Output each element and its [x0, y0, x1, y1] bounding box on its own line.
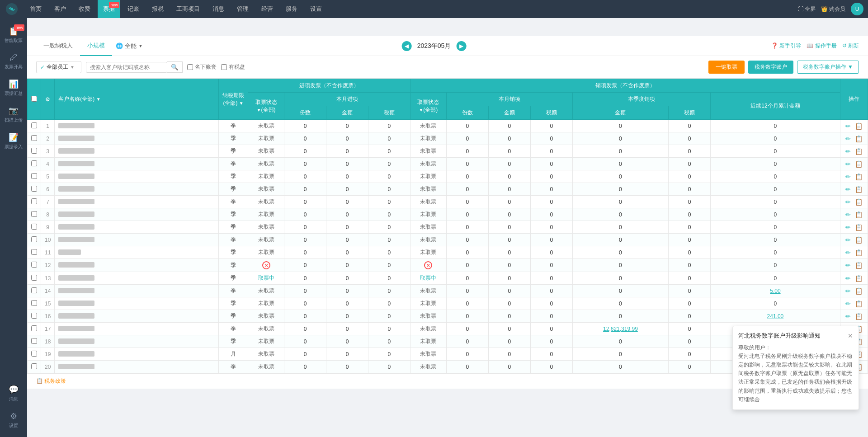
sidebar-item-smart-invoice[interactable]: new 📋 智能取票: [1, 23, 26, 47]
cell-checkbox[interactable]: [28, 208, 41, 221]
user-avatar[interactable]: U: [851, 3, 863, 15]
copy-button[interactable]: 📋: [854, 122, 864, 130]
row-checkbox[interactable]: [31, 287, 37, 293]
cell-checkbox[interactable]: [28, 335, 41, 348]
one-click-invoice-button[interactable]: 一键取票: [708, 61, 745, 74]
edit-button[interactable]: ✏: [844, 287, 852, 295]
cell-checkbox[interactable]: [28, 272, 41, 285]
row-checkbox[interactable]: [31, 224, 37, 230]
row-checkbox[interactable]: [31, 186, 37, 192]
copy-button[interactable]: 📋: [854, 211, 864, 218]
tab-small-scale[interactable]: 小规模: [80, 36, 112, 56]
row-checkbox[interactable]: [31, 236, 37, 242]
row-checkbox[interactable]: [31, 351, 37, 357]
row-checkbox[interactable]: [31, 325, 37, 331]
cell-checkbox[interactable]: [28, 183, 41, 196]
copy-button[interactable]: 📋: [854, 198, 864, 206]
cell-checkbox[interactable]: [28, 221, 41, 234]
nav-invoice[interactable]: 票据 new: [98, 0, 120, 18]
edit-button[interactable]: ✏: [844, 198, 852, 206]
cell-checkbox[interactable]: [28, 234, 41, 246]
copy-button[interactable]: 📋: [854, 313, 864, 320]
cell-checkbox[interactable]: [28, 348, 41, 361]
year-amount-link[interactable]: 5.00: [770, 288, 780, 294]
search-button[interactable]: 🔍: [167, 61, 183, 73]
filter-tax-disk-checkbox[interactable]: [221, 64, 227, 70]
year-amount-link[interactable]: 241.00: [767, 313, 784, 320]
fullscreen-button[interactable]: ⛶ 全屏: [798, 5, 816, 13]
staff-select[interactable]: ✓ 全部员工 ▼: [36, 61, 81, 73]
edit-button[interactable]: ✏: [844, 211, 852, 218]
cell-checkbox[interactable]: [28, 196, 41, 208]
tax-digital-account-button[interactable]: 税务数字账户: [748, 61, 793, 74]
copy-button[interactable]: 📋: [854, 249, 864, 256]
prev-month-button[interactable]: ◀: [402, 41, 412, 51]
copy-button[interactable]: 📋: [854, 224, 864, 231]
row-checkbox[interactable]: [31, 338, 37, 344]
tab-all[interactable]: 🌐 全能 ▼: [112, 42, 146, 50]
row-checkbox[interactable]: [31, 300, 37, 306]
sidebar-settings[interactable]: ⚙ 设置: [1, 408, 26, 432]
filter-tax-disk[interactable]: 有税盘: [221, 63, 245, 71]
edit-button[interactable]: ✏: [844, 275, 852, 282]
tax-policy-link[interactable]: 📋 税务政策: [36, 378, 66, 384]
cell-checkbox[interactable]: [28, 323, 41, 335]
edit-button[interactable]: ✏: [844, 173, 852, 180]
cell-checkbox[interactable]: [28, 170, 41, 183]
nav-home[interactable]: 首页: [24, 0, 47, 18]
nav-business[interactable]: 工商项目: [171, 0, 205, 18]
next-month-button[interactable]: ▶: [456, 41, 466, 51]
sidebar-item-scan-upload[interactable]: 📷 扫描上传: [1, 102, 26, 127]
nav-message[interactable]: 消息: [207, 0, 230, 18]
nav-customer[interactable]: 客户: [49, 0, 71, 18]
nav-settings[interactable]: 设置: [305, 0, 327, 18]
search-input[interactable]: [86, 62, 167, 73]
sidebar-item-invoice-open[interactable]: 🖊 发票开具: [1, 49, 26, 74]
copy-button[interactable]: 📋: [854, 160, 864, 168]
filter-own-accounts-checkbox[interactable]: [187, 64, 193, 70]
nav-operation[interactable]: 经营: [256, 0, 278, 18]
cell-checkbox[interactable]: [28, 158, 41, 170]
edit-button[interactable]: ✏: [844, 313, 852, 320]
row-checkbox[interactable]: [31, 198, 37, 204]
tax-operations-button[interactable]: 税务数字账户操作 ▼: [797, 61, 859, 74]
edit-button[interactable]: ✏: [844, 122, 852, 130]
row-checkbox[interactable]: [31, 148, 37, 154]
copy-button[interactable]: 📋: [854, 300, 864, 307]
manual-button[interactable]: 📖 操作手册: [807, 42, 836, 50]
copy-button[interactable]: 📋: [854, 287, 864, 295]
sidebar-item-invoice-entry[interactable]: 📝 票据录入: [1, 129, 26, 154]
cell-checkbox[interactable]: [28, 132, 41, 145]
edit-button[interactable]: ✏: [844, 300, 852, 307]
copy-button[interactable]: 📋: [854, 173, 864, 180]
cell-checkbox[interactable]: [28, 361, 41, 373]
cell-checkbox[interactable]: [28, 285, 41, 297]
copy-button[interactable]: 📋: [854, 236, 864, 244]
member-button[interactable]: 👑 购会员: [821, 5, 845, 13]
edit-button[interactable]: ✏: [844, 249, 852, 256]
edit-button[interactable]: ✏: [844, 160, 852, 168]
copy-button[interactable]: 📋: [854, 135, 864, 142]
copy-button[interactable]: 📋: [854, 186, 864, 193]
edit-button[interactable]: ✏: [844, 224, 852, 231]
nav-accounting[interactable]: 记账: [122, 0, 145, 18]
edit-button[interactable]: ✏: [844, 148, 852, 155]
new-guide-button[interactable]: ❓ 新手引导: [771, 42, 801, 50]
edit-button[interactable]: ✏: [844, 262, 852, 269]
cell-checkbox[interactable]: [28, 246, 41, 259]
row-checkbox[interactable]: [31, 313, 37, 319]
cell-checkbox[interactable]: [28, 259, 41, 272]
row-checkbox[interactable]: [31, 160, 37, 166]
app-logo[interactable]: [5, 2, 19, 16]
row-checkbox[interactable]: [31, 249, 37, 255]
quarter-amount-link[interactable]: 12,621,319.99: [603, 326, 638, 332]
copy-button[interactable]: 📋: [854, 262, 864, 269]
refresh-button[interactable]: ↺ 刷新: [842, 42, 859, 50]
nav-service[interactable]: 服务: [280, 0, 303, 18]
notification-close-button[interactable]: ✕: [848, 332, 853, 339]
filter-own-accounts[interactable]: 名下账套: [187, 63, 217, 71]
edit-button[interactable]: ✏: [844, 236, 852, 244]
row-checkbox[interactable]: [31, 211, 37, 217]
cell-checkbox[interactable]: [28, 297, 41, 310]
row-checkbox[interactable]: [31, 135, 37, 141]
